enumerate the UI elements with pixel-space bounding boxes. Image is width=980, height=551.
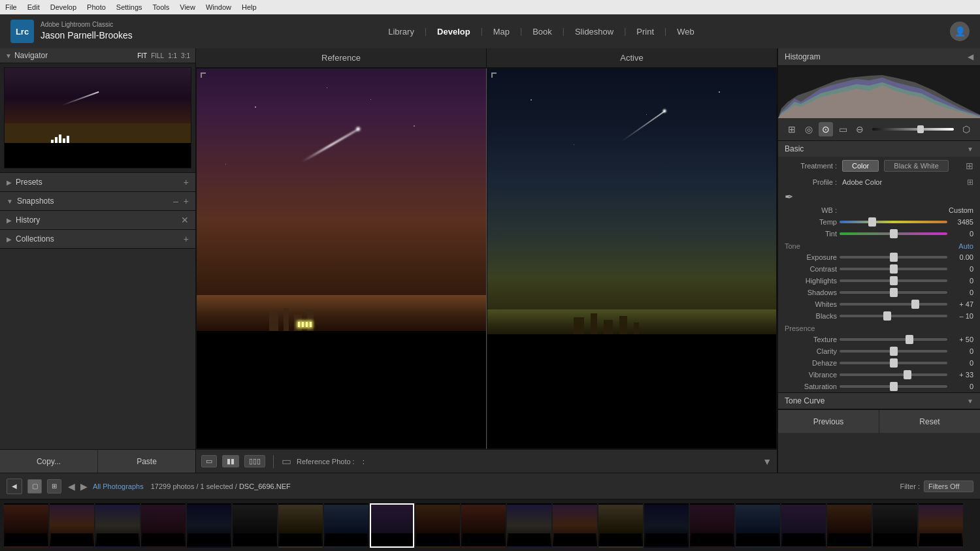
active-photo-view[interactable] [487, 68, 777, 449]
zoom-3-1[interactable]: 3:1 [181, 52, 190, 59]
overlay-btn[interactable]: ▭ [282, 455, 291, 467]
film-thumb[interactable] [553, 503, 597, 548]
film-thumb[interactable] [4, 503, 48, 548]
film-thumb[interactable] [644, 503, 689, 548]
film-thumb[interactable] [187, 503, 231, 548]
nav-library[interactable]: Library [380, 24, 422, 39]
presets-add[interactable]: + [184, 177, 189, 187]
blacks-handle[interactable] [883, 311, 891, 321]
texture-handle[interactable] [906, 335, 913, 344]
exposure-slider-handle[interactable] [890, 253, 898, 262]
menu-view[interactable]: View [180, 3, 195, 11]
film-thumb[interactable] [919, 503, 963, 548]
nav-map[interactable]: Map [485, 24, 517, 39]
highlights-handle[interactable] [890, 276, 898, 285]
film-thumb[interactable] [461, 503, 506, 548]
saturation-track[interactable] [840, 385, 947, 388]
arrow-left-btn[interactable]: ◀ [7, 479, 22, 494]
snapshots-add[interactable]: + [184, 196, 189, 206]
nav-web[interactable]: Web [669, 24, 702, 39]
film-thumb[interactable] [324, 503, 368, 548]
nav-slideshow[interactable]: Slideshow [567, 24, 621, 39]
temp-track[interactable] [840, 221, 947, 223]
highlights-track[interactable] [840, 279, 947, 282]
histogram-header[interactable]: Histogram ◀ [778, 48, 980, 66]
view-single-btn[interactable]: ▭ [201, 455, 217, 467]
zoom-1-1[interactable]: 1:1 [168, 52, 177, 59]
single-view-btn[interactable]: ▢ [27, 479, 42, 494]
tint-handle[interactable] [890, 229, 898, 238]
navigator-header[interactable]: ▼ Navigator FIT FILL 1:1 3:1 [0, 48, 195, 63]
collections-add[interactable]: + [184, 234, 189, 244]
contrast-track[interactable] [840, 268, 947, 270]
crop-tool-icon[interactable]: ⊞ [785, 122, 799, 136]
masking-icon[interactable]: ⬡ [959, 122, 973, 136]
copy-button[interactable]: Copy... [0, 450, 98, 473]
nav-book[interactable]: Book [525, 24, 560, 39]
paste-button[interactable]: Paste [98, 450, 195, 473]
treatment-color-btn[interactable]: Color [842, 160, 879, 172]
film-thumb[interactable] [736, 503, 780, 548]
blacks-track[interactable] [840, 315, 947, 317]
next-photo-btn[interactable]: ▶ [80, 481, 88, 492]
film-thumb[interactable] [416, 503, 460, 548]
snapshots-header[interactable]: ▼ Snapshots – + [0, 192, 195, 210]
saturation-handle[interactable] [890, 382, 898, 391]
menu-develop[interactable]: Develop [50, 3, 76, 11]
menu-tools[interactable]: Tools [153, 3, 170, 11]
texture-track[interactable] [840, 338, 947, 341]
menu-window[interactable]: Window [206, 3, 231, 11]
presets-header[interactable]: ▶ Presets + [0, 173, 195, 191]
previous-button[interactable]: Previous [778, 410, 879, 433]
shadows-handle[interactable] [890, 288, 898, 297]
temp-handle[interactable] [868, 217, 876, 227]
contrast-handle[interactable] [890, 264, 898, 274]
exposure-handle[interactable] [917, 125, 924, 133]
tone-auto-btn[interactable]: Auto [958, 242, 973, 250]
film-thumb[interactable] [370, 503, 414, 548]
prev-photo-btn[interactable]: ◀ [68, 481, 75, 492]
filter-dropdown[interactable]: Filters Off [924, 480, 973, 492]
history-close[interactable]: ✕ [181, 215, 189, 225]
nav-print[interactable]: Print [629, 24, 662, 39]
film-thumb[interactable] [873, 503, 917, 548]
whites-track[interactable] [840, 303, 947, 306]
film-thumb[interactable] [141, 503, 186, 548]
zoom-fit[interactable]: FIT [137, 52, 147, 59]
shadows-track[interactable] [840, 291, 947, 294]
spot-heal-icon[interactable]: ◎ [802, 122, 816, 136]
reset-button[interactable]: Reset [879, 410, 980, 433]
menu-settings[interactable]: Settings [116, 3, 142, 11]
film-thumb[interactable] [233, 503, 277, 548]
menu-help[interactable]: Help [242, 3, 257, 11]
collections-header[interactable]: ▶ Collections + [0, 230, 195, 248]
film-thumb[interactable] [827, 503, 872, 548]
profile-grid-icon[interactable]: ⊞ [966, 161, 973, 171]
histogram-collapse-icon[interactable]: ◀ [968, 52, 973, 61]
radial-filter-icon[interactable]: ⊖ [853, 122, 867, 136]
reference-photo-view[interactable] [196, 68, 487, 449]
exposure-track[interactable] [840, 256, 947, 259]
clarity-handle[interactable] [890, 347, 898, 356]
grid-view-btn[interactable]: ⊞ [47, 479, 61, 494]
film-thumb[interactable] [598, 503, 643, 548]
tone-curve-section[interactable]: Tone Curve ▼ [778, 393, 980, 409]
filmstrip-toggle[interactable]: ▼ [762, 456, 772, 467]
exposure-bar[interactable] [872, 128, 954, 131]
view-all-label[interactable]: All Photographs [93, 482, 144, 490]
tint-track[interactable] [840, 232, 947, 235]
film-thumb[interactable] [690, 503, 734, 548]
eyedropper-icon[interactable]: ✒ [785, 191, 793, 203]
basic-section-header[interactable]: Basic ▼ [778, 141, 980, 157]
view-compare-btn[interactable]: ▮▮ [222, 455, 239, 467]
snapshots-minus[interactable]: – [173, 196, 178, 206]
nav-develop[interactable]: Develop [429, 24, 478, 39]
profile-dropdown-icon[interactable]: ⊞ [967, 178, 973, 187]
dehaze-handle[interactable] [890, 358, 898, 368]
vibrance-track[interactable] [840, 373, 947, 376]
zoom-fill[interactable]: FILL [151, 52, 164, 59]
menu-file[interactable]: File [5, 3, 17, 11]
view-survey-btn[interactable]: ▯▯▯ [244, 455, 265, 467]
film-thumb[interactable] [50, 503, 94, 548]
menu-edit[interactable]: Edit [27, 3, 40, 11]
